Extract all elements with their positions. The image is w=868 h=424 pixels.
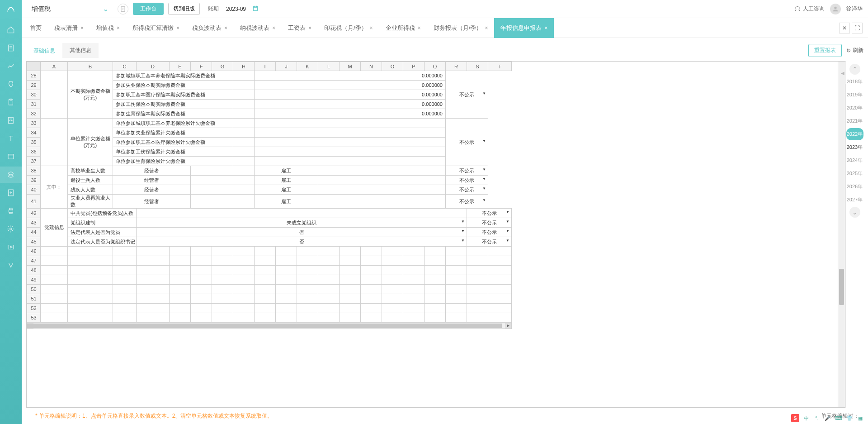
workbench-button[interactable]: 工作台 <box>133 3 164 15</box>
cell[interactable] <box>446 247 467 256</box>
cell[interactable] <box>255 313 276 323</box>
cell[interactable] <box>233 119 255 128</box>
tab-close-all-icon[interactable]: ✕ <box>839 23 850 33</box>
ime-mic-icon[interactable]: 🎤 <box>824 414 832 422</box>
year-item[interactable]: 2021年 <box>846 115 863 127</box>
cell[interactable] <box>467 313 488 323</box>
cell[interactable] <box>276 294 297 304</box>
cell[interactable] <box>233 128 255 138</box>
cell[interactable] <box>446 256 467 266</box>
cell[interactable] <box>191 304 212 313</box>
col-header[interactable]: B <box>68 62 113 71</box>
cell[interactable] <box>41 247 68 256</box>
cell[interactable] <box>68 266 113 275</box>
cell[interactable] <box>467 247 488 256</box>
cell[interactable] <box>233 147 255 157</box>
year-item[interactable]: 2025年 <box>846 167 863 180</box>
cell[interactable] <box>41 266 68 275</box>
cell[interactable] <box>41 256 68 266</box>
cell[interactable] <box>137 275 170 285</box>
cell[interactable] <box>425 304 446 313</box>
cell[interactable] <box>467 304 488 313</box>
year-item[interactable]: 2020年 <box>846 102 863 114</box>
row-number[interactable]: 51 <box>27 294 41 304</box>
cell[interactable] <box>113 313 137 323</box>
tab-item[interactable]: 税负波动表× <box>186 18 234 38</box>
year-item[interactable]: 2018年 <box>846 76 863 88</box>
tab-close-icon[interactable]: × <box>418 25 421 31</box>
cell[interactable] <box>488 285 512 294</box>
cell[interactable] <box>425 285 446 294</box>
row-number[interactable]: 30 <box>27 90 41 100</box>
cell[interactable] <box>276 313 297 323</box>
cell[interactable] <box>191 294 212 304</box>
row-number[interactable]: 44 <box>27 228 41 237</box>
row-number[interactable]: 49 <box>27 275 41 285</box>
cell[interactable] <box>233 275 255 285</box>
cell[interactable] <box>297 256 318 266</box>
cell[interactable] <box>340 285 361 294</box>
cell[interactable] <box>113 266 137 275</box>
nav-clipboard-icon[interactable] <box>0 94 22 110</box>
row-number[interactable]: 45 <box>27 237 41 247</box>
tab-close-icon[interactable]: × <box>80 25 84 31</box>
cell[interactable] <box>488 313 512 323</box>
cell[interactable] <box>113 304 137 313</box>
cell[interactable] <box>361 313 382 323</box>
cell[interactable] <box>297 266 318 275</box>
col-header[interactable]: G <box>212 62 233 71</box>
cell[interactable] <box>403 294 425 304</box>
cell[interactable] <box>191 266 212 275</box>
value-cell[interactable]: 0.000000 <box>255 100 446 109</box>
cell[interactable] <box>467 266 488 275</box>
tab-item[interactable]: 所得税汇算清缴× <box>126 18 186 38</box>
cell[interactable] <box>255 256 276 266</box>
cell[interactable] <box>137 304 170 313</box>
nav-calc-icon[interactable] <box>0 112 22 129</box>
year-item[interactable]: 2019年 <box>846 89 863 101</box>
cell[interactable] <box>340 313 361 323</box>
cell[interactable] <box>297 313 318 323</box>
tab-item[interactable]: 年报信息申报表× <box>494 18 554 38</box>
cell[interactable] <box>170 294 191 304</box>
period-value[interactable]: 2023-09 <box>226 6 246 12</box>
cell[interactable] <box>113 275 137 285</box>
cell[interactable] <box>467 256 488 266</box>
value-cell[interactable] <box>255 119 446 128</box>
year-item[interactable]: 2026年 <box>846 181 863 193</box>
calendar-icon[interactable] <box>252 5 259 13</box>
cell[interactable] <box>233 81 255 90</box>
horizontal-scrollbar[interactable]: ◀▶ <box>27 323 512 329</box>
row-number[interactable]: 46 <box>27 247 41 256</box>
col-header[interactable]: Q <box>425 62 446 71</box>
cell[interactable] <box>318 313 340 323</box>
cell[interactable] <box>41 275 68 285</box>
row-number[interactable]: 39 <box>27 176 41 185</box>
ime-skin-icon[interactable]: 👕 <box>845 414 854 422</box>
cell[interactable] <box>233 266 255 275</box>
row-number[interactable]: 53 <box>27 313 41 323</box>
col-header[interactable]: T <box>488 62 512 71</box>
cell[interactable] <box>425 294 446 304</box>
cell[interactable] <box>137 209 467 218</box>
cell[interactable] <box>403 304 425 313</box>
col-header[interactable]: F <box>191 62 212 71</box>
nav-video-icon[interactable] <box>0 239 22 255</box>
cell[interactable] <box>467 275 488 285</box>
cell[interactable] <box>68 313 113 323</box>
cell[interactable] <box>255 285 276 294</box>
row-number[interactable]: 43 <box>27 218 41 228</box>
cell[interactable] <box>191 176 255 185</box>
tab-close-icon[interactable]: × <box>308 25 311 31</box>
cell[interactable] <box>233 90 255 100</box>
ime-s-icon[interactable]: S <box>791 414 799 422</box>
cell[interactable] <box>467 285 488 294</box>
subtab-other[interactable]: 其他信息 <box>62 43 99 58</box>
select-cell[interactable]: 不公示 <box>467 209 512 218</box>
cell[interactable] <box>41 313 68 323</box>
cell[interactable] <box>318 294 340 304</box>
row-number[interactable]: 33 <box>27 119 41 128</box>
cell[interactable] <box>191 275 212 285</box>
year-item[interactable]: 2027年 <box>846 194 863 206</box>
cell[interactable] <box>361 247 382 256</box>
